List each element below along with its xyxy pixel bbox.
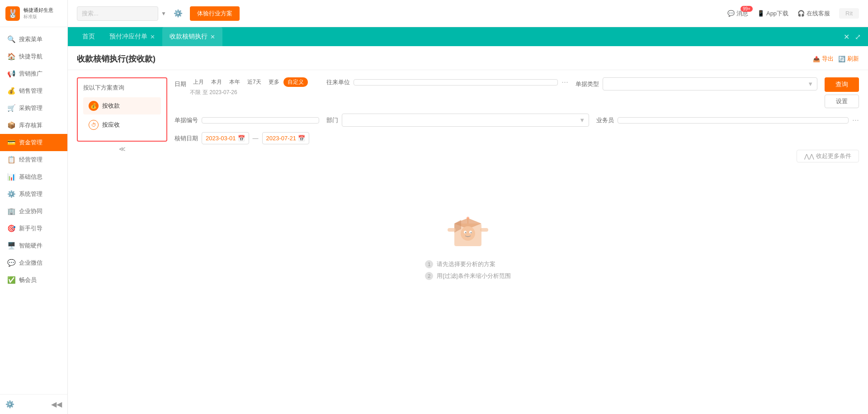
filter-sidebar: 按以下方案查询 💰 按收款 ⏱ 按应收 ≪ <box>77 77 167 164</box>
app-name: 畅捷通好生意 <box>24 7 53 14</box>
verify-date-to-input[interactable]: 2023-07-21 📅 <box>262 132 310 144</box>
date-btn-more[interactable]: 更多 <box>265 77 283 87</box>
sidebar-item-member[interactable]: ✅ 畅会员 <box>0 271 67 289</box>
filter-option-receivable-label: 按应收 <box>102 121 120 129</box>
sidebar-item-basic[interactable]: 📊 基础信息 <box>0 168 67 186</box>
step-2-num: 2 <box>425 272 433 280</box>
sidebar-item-quick-nav[interactable]: 🏠 快捷导航 <box>0 48 67 65</box>
collapse-more-btn[interactable]: ⋀⋀ 收起更多条件 <box>797 150 859 162</box>
query-button[interactable]: 查询 <box>825 77 859 92</box>
date-btn-this-year[interactable]: 本年 <box>226 77 243 87</box>
tab-home-label: 首页 <box>82 33 95 41</box>
empty-illustration <box>441 208 495 253</box>
svg-point-9 <box>467 217 469 219</box>
dept-label: 部门 <box>326 116 338 124</box>
staff-input[interactable] <box>618 117 849 124</box>
refresh-button[interactable]: 🔄 刷新 <box>838 55 859 63</box>
date-btn-last-month[interactable]: 上月 <box>190 77 207 87</box>
docno-input[interactable] <box>202 117 319 124</box>
app-download-button[interactable]: 📱 App下载 <box>757 10 788 18</box>
settings-icon[interactable]: ⚙️ <box>174 9 183 18</box>
svg-rect-10 <box>448 228 456 232</box>
svg-point-3 <box>461 226 475 241</box>
tab-receipt-close[interactable]: ✕ <box>210 33 215 40</box>
sidebar-label-hardware: 智能硬件 <box>19 242 42 250</box>
filter-sidebar-inner: 按以下方案查询 💰 按收款 ⏱ 按应收 <box>77 77 167 142</box>
topbar: 搜索... ▼ ⚙️ 体验行业方案 💬 消息 99+ 📱 App下载 🎧 在线客… <box>68 0 868 27</box>
verify-date-from-value: 2023-03-01 <box>206 135 236 142</box>
topbar-search-display: 搜索... <box>77 6 158 21</box>
solution-button[interactable]: 体验行业方案 <box>190 6 240 21</box>
user-menu[interactable]: Rit <box>839 8 859 19</box>
settings-bottom-icon[interactable]: ⚙️ <box>5 400 14 409</box>
tab-prepay[interactable]: 预付冲应付单 ✕ <box>102 27 162 46</box>
calendar-from-icon: 📅 <box>238 135 245 142</box>
sidebar-item-inventory[interactable]: 📦 库存核算 <box>0 117 67 134</box>
message-button[interactable]: 💬 消息 99+ <box>727 10 748 18</box>
filter-sidebar-title: 按以下方案查询 <box>83 84 161 92</box>
date-to-label: 至 2023-07-26 <box>203 89 237 96</box>
page-actions: 📤 导出 🔄 刷新 <box>813 55 859 63</box>
dept-select[interactable]: ▼ <box>342 114 589 127</box>
filter-option-by-receivable[interactable]: ⏱ 按应收 <box>83 116 161 133</box>
sidebar-item-wechat[interactable]: 💬 企业微信 <box>0 254 67 271</box>
marketing-icon: 📢 <box>7 70 15 78</box>
sidebar-label-marketing: 营销推广 <box>19 70 42 78</box>
refresh-label: 刷新 <box>847 55 859 63</box>
filter-option-receipt-label: 按收款 <box>102 102 120 110</box>
sidebar-label-operations: 经营管理 <box>19 156 42 164</box>
collapse-btn-label: 收起更多条件 <box>816 152 851 160</box>
collapse-sidebar-icon[interactable]: ◀◀ <box>51 400 62 409</box>
export-button[interactable]: 📤 导出 <box>813 55 834 63</box>
sidebar-item-hardware[interactable]: 🖥️ 智能硬件 <box>0 237 67 254</box>
tab-receipt[interactable]: 收款核销执行 ✕ <box>162 27 222 46</box>
sidebar-label-search: 搜索菜单 <box>19 35 42 43</box>
home-icon: 🏠 <box>7 52 15 61</box>
counterpart-field: 往来单位 ··· <box>326 77 568 87</box>
sidebar-label-finance: 资金管理 <box>19 138 42 147</box>
staff-dots[interactable]: ··· <box>852 115 859 125</box>
chevron-left-icon: ≪ <box>119 145 126 152</box>
setting-button[interactable]: 设置 <box>825 95 859 108</box>
export-icon: 📤 <box>813 56 820 62</box>
sidebar-item-operations[interactable]: 📋 经营管理 <box>0 151 67 168</box>
close-tab-icon[interactable]: ✕ <box>844 33 849 41</box>
date-btn-this-month[interactable]: 本月 <box>208 77 225 87</box>
filter-area: 按以下方案查询 💰 按收款 ⏱ 按应收 ≪ <box>68 70 868 171</box>
sidebar-item-enterprise[interactable]: 🏢 企业协同 <box>0 203 67 220</box>
svg-rect-11 <box>480 228 488 232</box>
sidebar-item-sales[interactable]: 💰 销售管理 <box>0 82 67 100</box>
filter-collapse-btn[interactable]: ≪ <box>77 143 167 154</box>
sidebar-item-finance[interactable]: 💳 资金管理 <box>0 134 67 151</box>
expand-icon[interactable]: ⤢ <box>855 33 861 41</box>
online-service-button[interactable]: 🎧 在线客服 <box>797 10 830 18</box>
refresh-icon: 🔄 <box>838 56 845 62</box>
sidebar-item-purchase[interactable]: 🛒 采购管理 <box>0 100 67 117</box>
tab-home[interactable]: 首页 <box>75 27 102 46</box>
date-separator: — <box>253 135 259 142</box>
tab-receipt-label: 收款核销执行 <box>170 33 208 41</box>
date-nolimit-row: 不限 至 2023-07-26 <box>190 89 308 96</box>
message-icon: 💬 <box>727 10 735 17</box>
date-btn-7days[interactable]: 近7天 <box>244 77 264 87</box>
sidebar-label-system: 系统管理 <box>19 190 42 198</box>
filter-option-by-receipt[interactable]: 💰 按收款 <box>83 97 161 114</box>
doctype-field: 单据类型 ▼ <box>576 77 817 90</box>
sidebar-label-member: 畅会员 <box>19 276 37 284</box>
doctype-select[interactable]: ▼ <box>603 77 817 90</box>
sidebar-label-guide: 新手引导 <box>19 224 42 233</box>
sidebar-item-search[interactable]: 🔍 搜索菜单 <box>0 31 67 48</box>
page-header: 收款核销执行(按收款) 📤 导出 🔄 刷新 <box>68 46 868 70</box>
tab-prepay-close[interactable]: ✕ <box>150 33 155 40</box>
date-active-badge: 自定义 <box>283 77 308 87</box>
counterpart-dots[interactable]: ··· <box>561 77 568 87</box>
counterpart-input[interactable] <box>354 79 558 86</box>
sidebar-item-system[interactable]: ⚙️ 系统管理 <box>0 186 67 203</box>
sidebar-item-marketing[interactable]: 📢 营销推广 <box>0 65 67 82</box>
sidebar-logo: 🐰 畅捷通好生意 标准版 <box>0 0 67 27</box>
logo-text: 畅捷通好生意 标准版 <box>24 7 53 20</box>
sidebar-item-guide[interactable]: 🎯 新手引导 <box>0 220 67 237</box>
chevron-down-icon[interactable]: ▼ <box>161 10 166 17</box>
export-label: 导出 <box>822 55 834 63</box>
verify-date-from-input[interactable]: 2023-03-01 📅 <box>202 132 249 144</box>
